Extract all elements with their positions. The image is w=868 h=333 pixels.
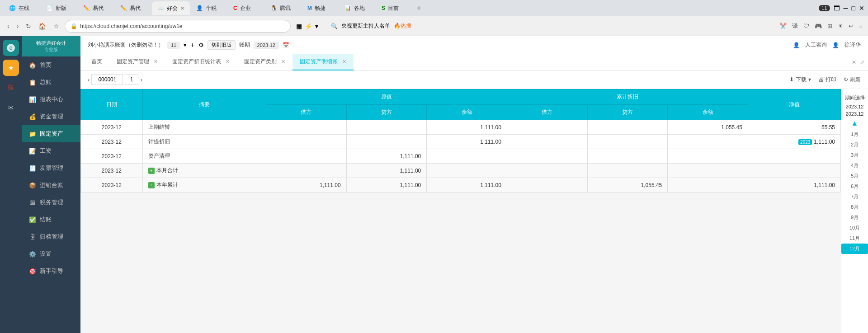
settings-button[interactable]: ⚙: [198, 42, 204, 48]
download-button[interactable]: ⬇ 下载 ▾: [789, 76, 811, 84]
table-row: 2023-12 +本月合计 1,111.00: [81, 164, 841, 178]
browser-tab-1[interactable]: 📄 新版: [41, 1, 77, 15]
address-input[interactable]: 🔒 https://cloud.chanjet.com/accounting/u…: [65, 20, 291, 33]
month-8[interactable]: 8月: [841, 202, 868, 212]
month-5[interactable]: 5月: [841, 171, 868, 181]
refresh-button[interactable]: ↻ 刷新: [844, 76, 861, 84]
qr-icon[interactable]: ▦: [296, 23, 302, 30]
month-9[interactable]: 9月: [841, 212, 868, 223]
month-4[interactable]: 4月: [841, 160, 868, 171]
browser-tab-3[interactable]: ✏️ 易代: [115, 1, 151, 15]
calendar-icon[interactable]: 📅: [283, 42, 289, 48]
page-num-input[interactable]: [125, 74, 138, 85]
scissors-icon[interactable]: ✂️: [779, 23, 787, 29]
game-icon[interactable]: 🎮: [815, 23, 822, 29]
sidebar-item-ledger[interactable]: 📋 总账: [22, 74, 80, 91]
tab-close-4[interactable]: ✕: [180, 5, 184, 11]
add-account-button[interactable]: +: [190, 41, 194, 49]
refresh-button[interactable]: ↻: [24, 21, 33, 32]
sidebar-item-purchase-sales[interactable]: 📦 进销台账: [22, 177, 80, 194]
sidebar-item-invoice[interactable]: 🧾 发票管理: [22, 159, 80, 177]
scroll-up-icon[interactable]: ▲: [851, 119, 859, 127]
sidebar-item-payroll[interactable]: 📝 工资: [22, 142, 80, 159]
flash-icon[interactable]: ⚡: [305, 23, 312, 30]
page-tab-asset-category[interactable]: 固定资产类别 ✕: [237, 54, 292, 70]
menu-icon[interactable]: ≡: [859, 23, 863, 29]
data-table-container: 日期 摘要 原值 累计折旧 净值 借方 贷方 余额 借方 贷方 余额: [80, 89, 841, 333]
history-icon[interactable]: ↩: [849, 23, 854, 29]
window-close-icon[interactable]: ✕: [859, 5, 864, 12]
browser-tab-0[interactable]: 🌐 在线: [4, 1, 40, 15]
sidebar-item-home[interactable]: 🏠 首页: [22, 56, 80, 74]
tab-favicon-6: C: [233, 5, 237, 11]
cell-orig-balance-1: 1,111.00: [427, 135, 507, 149]
browser-tab-8[interactable]: M 畅捷: [302, 1, 338, 15]
sidebar-item-fixed-assets[interactable]: 📁 固定资产: [22, 125, 80, 142]
next-page-button[interactable]: ›: [140, 76, 142, 83]
user-name[interactable]: 徐译华: [844, 41, 861, 49]
browser-tab-9[interactable]: 📊 各地: [339, 1, 375, 15]
shield-icon[interactable]: 🛡: [803, 23, 809, 29]
month-11[interactable]: 11月: [841, 233, 868, 244]
quick-icon-2[interactable]: 微: [3, 80, 19, 96]
sidebar-item-funds[interactable]: 💰 资金管理: [22, 108, 80, 125]
restore-icon[interactable]: 🗖: [834, 5, 840, 12]
month-3[interactable]: 3月: [841, 150, 868, 160]
sidebar-item-guide[interactable]: 🎯 新手引导: [22, 263, 80, 280]
page-tab-home[interactable]: 首页: [84, 54, 109, 70]
collapse-icon[interactable]: ✕: [852, 59, 856, 66]
page-tab-close-3[interactable]: ✕: [281, 59, 285, 65]
brightness-icon[interactable]: ☀: [838, 23, 843, 29]
sidebar-item-tax[interactable]: 🏛 税务管理: [22, 194, 80, 211]
maximize-icon[interactable]: □: [852, 5, 855, 12]
sidebar-item-closing[interactable]: ✅ 结账: [22, 211, 80, 228]
page-code-input[interactable]: [91, 74, 123, 85]
dropdown-icon[interactable]: ▾: [315, 23, 318, 30]
hot-search[interactable]: 🔥热搜: [394, 22, 411, 30]
page-tab-close-2[interactable]: ✕: [226, 59, 230, 65]
minimize-icon[interactable]: ─: [844, 5, 848, 12]
quick-icon-0[interactable]: e: [3, 40, 19, 56]
expand-icon[interactable]: ⤢: [860, 59, 864, 66]
home-icon: 🏠: [29, 61, 36, 69]
page-tab-close-1[interactable]: ✕: [154, 59, 158, 65]
account-dropdown-button[interactable]: ▾: [184, 42, 187, 48]
new-tab-button[interactable]: +: [413, 2, 425, 14]
funds-icon: 💰: [29, 113, 36, 120]
print-button[interactable]: 🖨 打印: [818, 76, 836, 84]
forward-button[interactable]: ›: [15, 21, 21, 32]
month-12[interactable]: 12月: [841, 244, 868, 254]
grid-icon[interactable]: ⊞: [827, 23, 832, 29]
tab-expand-close[interactable]: ✕ ⤢: [852, 59, 864, 66]
page-tab-asset-detail[interactable]: 固定资产明细账 ✕: [292, 54, 354, 70]
guide-icon: 🎯: [29, 267, 36, 275]
page-tab-depreciation-stat[interactable]: 固定资产折旧统计表 ✕: [165, 54, 237, 70]
translate-icon[interactable]: 译: [792, 22, 798, 30]
sidebar-item-archive[interactable]: 🗄 归档管理: [22, 228, 80, 245]
search-icon: 🔍: [331, 23, 338, 29]
browser-tab-6[interactable]: C 企业: [228, 1, 264, 15]
month-6[interactable]: 6月: [841, 181, 868, 192]
home-button[interactable]: 🏠: [37, 21, 48, 32]
month-10[interactable]: 10月: [841, 223, 868, 233]
back-button[interactable]: ‹: [5, 21, 11, 32]
prev-page-button[interactable]: ‹: [88, 76, 90, 83]
sidebar-item-settings[interactable]: ⚙️ 设置: [22, 245, 80, 263]
month-2[interactable]: 2月: [841, 140, 868, 150]
browser-tab-4[interactable]: ☁️ 好会 ✕: [152, 1, 190, 15]
browser-tab-10[interactable]: S 目前: [376, 1, 412, 15]
customer-service-label[interactable]: 人工咨询: [805, 41, 827, 49]
browser-tab-2[interactable]: ✏️ 易代: [78, 1, 114, 15]
browser-tab-7[interactable]: 🐧 腾讯: [265, 1, 301, 15]
page-tab-fixed-assets-mgmt[interactable]: 固定资产管理 ✕: [109, 54, 165, 70]
month-7[interactable]: 7月: [841, 192, 868, 202]
browser-tab-5[interactable]: 👤 个税: [191, 1, 227, 15]
sidebar-item-reports[interactable]: 📊 报表中心: [22, 91, 80, 108]
quick-icon-1[interactable]: ★: [3, 60, 19, 76]
month-1[interactable]: 1月: [841, 129, 868, 140]
quick-icon-3[interactable]: ✉: [3, 99, 19, 116]
download-dropdown-icon[interactable]: ▾: [808, 76, 811, 83]
bookmark-button[interactable]: ☆: [52, 21, 61, 32]
page-tab-close-4[interactable]: ✕: [342, 59, 346, 65]
switch-version-button[interactable]: 切到旧版: [208, 40, 236, 50]
